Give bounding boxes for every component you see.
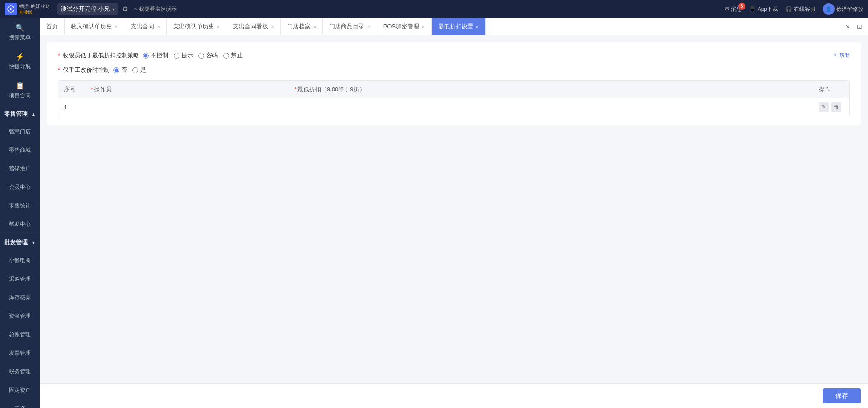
sidebar-label-finance: 资金管理 (9, 312, 31, 320)
sidebar-item-smart-store[interactable]: 智慧门店 (0, 122, 40, 141)
sidebar-item-shortcut[interactable]: ⚡ 快捷导航 (0, 47, 40, 76)
radio-manual-no[interactable]: 否 (113, 66, 127, 74)
sidebar-label-retail-stats: 零售统计 (9, 202, 31, 210)
radio-forbid[interactable]: 禁止 (223, 52, 243, 60)
tab-label-home: 首页 (46, 23, 58, 31)
col-min-discount: *最低折扣（9.00等于9折） (289, 81, 813, 98)
chevron-down-icon: ▾ (113, 7, 115, 12)
sidebar-item-retail[interactable]: 零售管理 ▲ (0, 105, 40, 122)
sidebar-item-help[interactable]: 帮助中心 (0, 215, 40, 234)
demo-icon: ○ (133, 6, 137, 12)
user-name: 徐泽华修改 (836, 5, 863, 13)
tab-expand-button[interactable]: ⊡ (854, 22, 864, 32)
tab-pos-password[interactable]: POS加密管理 × (377, 18, 432, 35)
tab-close-min-discount[interactable]: × (476, 24, 479, 29)
tab-close-payment-contract[interactable]: × (157, 24, 160, 29)
page-footer: 保存 (40, 383, 868, 408)
sidebar: 🔍 搜索菜单 ⚡ 快捷导航 📋 项目合同 零售管理 ▲ 智慧门店 零售商城 营销… (0, 18, 40, 408)
edit-button[interactable]: ✎ (819, 102, 829, 112)
sidebar-label-tax: 税务管理 (9, 368, 31, 375)
sidebar-item-invoice[interactable]: 发票管理 (0, 344, 40, 362)
tab-close-payment-contract-board[interactable]: × (271, 24, 274, 29)
radio-no-control[interactable]: 不控制 (143, 52, 168, 60)
tab-close-income-history[interactable]: × (115, 24, 118, 29)
tab-close-store-file[interactable]: × (313, 24, 316, 29)
sidebar-label-marketing: 营销推广 (9, 165, 31, 173)
sidebar-item-purchase[interactable]: 采购管理 (0, 270, 40, 288)
sidebar-item-ledger[interactable]: 总账管理 (0, 325, 40, 344)
online-service-button[interactable]: 🎧 在线客服 (785, 5, 816, 13)
tab-close-payment-confirm-history[interactable]: × (217, 24, 220, 29)
app-download-button[interactable]: 📱 App下载 (749, 5, 778, 13)
user-profile-button[interactable]: 👤 徐泽华修改 (823, 3, 863, 15)
required-marker-2: * (58, 66, 60, 73)
sidebar-item-retail-stats[interactable]: 零售统计 (0, 197, 40, 215)
delete-button[interactable]: 🗑 (831, 102, 841, 112)
tab-payment-contract-board[interactable]: 支出合同看板 × (226, 18, 280, 35)
radio-password[interactable]: 密码 (198, 52, 218, 60)
manual-price-label: * 仅手工改价时控制 (58, 66, 110, 74)
sidebar-label-assets: 固定资产 (9, 386, 31, 394)
save-button[interactable]: 保存 (823, 388, 861, 403)
tab-home[interactable]: 首页 (40, 18, 65, 35)
main-layout: 🔍 搜索菜单 ⚡ 快捷导航 📋 项目合同 零售管理 ▲ 智慧门店 零售商城 营销… (0, 18, 868, 408)
sidebar-item-payroll[interactable]: 工资 (0, 399, 40, 408)
content-area: 首页 收入确认单历史 × 支出合同 × 支出确认单历史 × 支出合同看板 × 门… (40, 18, 868, 408)
sidebar-item-retail-mall[interactable]: 零售商城 (0, 141, 40, 159)
tab-store-products[interactable]: 门店商品目录 × (323, 18, 377, 35)
shortcut-icon: ⚡ (15, 52, 24, 61)
tab-label-min-discount: 最低折扣设置 (438, 23, 473, 31)
sidebar-item-assets[interactable]: 固定资产 (0, 381, 40, 399)
tab-label-store-file: 门店档案 (287, 23, 311, 31)
sidebar-label-shortcut: 快捷导航 (9, 63, 31, 70)
tab-label-store-products: 门店商品目录 (329, 23, 364, 31)
project-selector[interactable]: 测试分开完程-小兄 ▾ (57, 3, 118, 15)
tab-controls: × ⊡ (839, 22, 868, 32)
tab-store-file[interactable]: 门店档案 × (281, 18, 323, 35)
sidebar-label-payroll: 工资 (14, 405, 25, 408)
wholesale-arrow-icon: ▼ (31, 240, 36, 245)
sidebar-label-retail: 零售管理 (4, 110, 28, 118)
sidebar-item-search[interactable]: 🔍 搜索菜单 (0, 18, 40, 47)
tab-payment-confirm-history[interactable]: 支出确认单历史 × (167, 18, 226, 35)
tab-min-discount[interactable]: 最低折扣设置 × (432, 18, 486, 35)
col-operator: *操作员 (85, 81, 289, 98)
discount-control-row: * 收银员低于最低折扣控制策略 不控制 提示 (58, 52, 850, 60)
topbar-right: ✉ 消息 8 📱 App下载 🎧 在线客服 👤 徐泽华修改 (725, 3, 863, 15)
trash-icon: 🗑 (834, 104, 839, 110)
sidebar-item-ecommerce[interactable]: 小畅电商 (0, 251, 40, 270)
sidebar-item-member[interactable]: 会员中心 (0, 178, 40, 197)
tab-label-income-history: 收入确认单历史 (71, 23, 112, 31)
settings-icon[interactable]: ⚙ (122, 5, 128, 13)
col-seq: 序号 (58, 81, 85, 98)
sidebar-item-marketing[interactable]: 营销推广 (0, 159, 40, 178)
radio-remind[interactable]: 提示 (174, 52, 193, 60)
tab-close-all-button[interactable]: × (843, 22, 853, 32)
tab-label-payment-contract-board: 支出合同看板 (233, 23, 268, 31)
tab-payment-contract[interactable]: 支出合同 × (124, 18, 166, 35)
headset-icon: 🎧 (785, 6, 792, 12)
messages-button[interactable]: ✉ 消息 8 (725, 5, 742, 13)
tab-close-store-products[interactable]: × (367, 24, 370, 29)
sidebar-item-wholesale[interactable]: 批发管理 ▼ (0, 234, 40, 251)
sidebar-item-inventory[interactable]: 库存核算 (0, 288, 40, 307)
logo-icon (5, 3, 17, 15)
app-logo: 畅捷·通好业财 专业版 (5, 3, 50, 15)
tab-close-pos-password[interactable]: × (422, 24, 425, 29)
sidebar-item-tax[interactable]: 税务管理 (0, 362, 40, 381)
help-link[interactable]: ？ 帮助 (832, 52, 850, 60)
radio-manual-yes[interactable]: 是 (132, 66, 146, 74)
form-card: * 收银员低于最低折扣控制策略 不控制 提示 (47, 42, 861, 125)
sidebar-item-finance[interactable]: 资金管理 (0, 307, 40, 325)
help-label: 帮助 (839, 52, 850, 60)
required-marker: * (58, 52, 60, 59)
demo-link[interactable]: ○ 我要看实例演示 (133, 5, 176, 13)
action-buttons: ✎ 🗑 (819, 102, 844, 112)
sidebar-label-member: 会员中心 (9, 183, 31, 191)
tab-income-history[interactable]: 收入确认单历史 × (65, 18, 124, 35)
sidebar-label-ledger: 总账管理 (9, 331, 31, 338)
sidebar-label-wholesale: 批发管理 (4, 239, 28, 247)
search-icon: 🔍 (15, 23, 24, 32)
sidebar-item-project[interactable]: 📋 项目合同 (0, 76, 40, 105)
messages-badge: 8 (738, 3, 745, 10)
